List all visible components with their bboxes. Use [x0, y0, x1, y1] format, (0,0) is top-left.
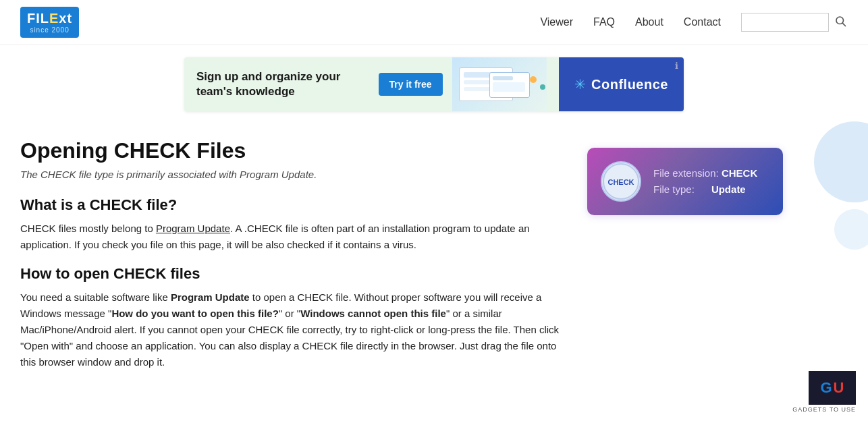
- svg-rect-3: [464, 80, 493, 84]
- site-logo[interactable]: FILExt since 2000: [20, 7, 79, 38]
- main-content-wrap: Opening CHECK Files The CHECK file type …: [0, 118, 868, 396]
- search-bar: [741, 13, 848, 32]
- site-header: FILExt since 2000 Viewer FAQ About Conta…: [0, 0, 868, 45]
- confluence-logo: ✳ Confluence: [574, 76, 668, 92]
- bold-cannot-open: Windows cannot open this file: [300, 308, 446, 319]
- content-area: Opening CHECK Files The CHECK file type …: [20, 132, 560, 382]
- nav-about[interactable]: About: [635, 16, 663, 28]
- nav-faq[interactable]: FAQ: [593, 16, 615, 28]
- file-meta: File extension: CHECK File type: Update: [653, 165, 757, 198]
- banner-illustration: [452, 64, 547, 105]
- nav-viewer[interactable]: Viewer: [540, 16, 573, 28]
- page-title: Opening CHECK Files: [20, 138, 560, 163]
- section2-title: How to open CHECK files: [20, 265, 560, 283]
- search-icon: [834, 15, 846, 27]
- nav-contact[interactable]: Contact: [684, 16, 721, 28]
- banner-cta-button[interactable]: Try it free: [379, 73, 443, 96]
- svg-line-1: [842, 23, 845, 26]
- svg-rect-6: [493, 82, 525, 92]
- svg-rect-5: [493, 76, 513, 80]
- file-extension-row: File extension: CHECK: [653, 165, 757, 181]
- file-icon-svg: CHECK: [603, 163, 639, 200]
- confluence-name: Confluence: [591, 77, 668, 92]
- logo-text: FILExt: [27, 11, 72, 26]
- file-info-card: CHECK File extension: CHECK File type: U…: [587, 148, 783, 215]
- banner-text-block: Sign up and organize your team's knowled…: [196, 69, 369, 99]
- graphic-dot-1: [530, 76, 537, 83]
- file-type-row: File type: Update: [653, 181, 757, 198]
- search-button[interactable]: [833, 13, 848, 32]
- section1-body: CHECK files mostly belong to Program Upd…: [20, 221, 560, 253]
- section2-body: You need a suitable software like Progra…: [20, 289, 560, 370]
- banner-title: Sign up and organize your team's knowled…: [196, 69, 369, 99]
- svg-text:CHECK: CHECK: [607, 178, 634, 186]
- banner-left: Sign up and organize your team's knowled…: [184, 57, 559, 111]
- search-input[interactable]: [741, 13, 829, 32]
- banner-right: ℹ ✳ Confluence: [559, 57, 684, 111]
- section1-body-start: CHECK files mostly belong to: [20, 223, 156, 234]
- card2-svg: [490, 73, 529, 97]
- file-icon: CHECK: [601, 161, 641, 202]
- page-subtitle: The CHECK file type is primarily associa…: [20, 169, 560, 180]
- main-nav: Viewer FAQ About Contact: [540, 13, 848, 32]
- ad-banner-wrap: Sign up and organize your team's knowled…: [0, 45, 868, 118]
- bold-how-open: How do you want to open this file?: [111, 308, 279, 319]
- section1-title: What is a CHECK file?: [20, 196, 560, 214]
- graphic-card-2: [489, 72, 530, 98]
- info-icon: ℹ: [675, 61, 678, 71]
- bold-program-update: Program Update: [171, 291, 250, 303]
- confluence-icon: ✳: [574, 76, 586, 92]
- program-update-link[interactable]: Program Update: [156, 223, 230, 234]
- logo-since: since 2000: [30, 26, 69, 34]
- banner-graphic: [452, 57, 547, 111]
- graphic-dot-2: [540, 84, 545, 90]
- ad-banner: Sign up and organize your team's knowled…: [184, 57, 684, 111]
